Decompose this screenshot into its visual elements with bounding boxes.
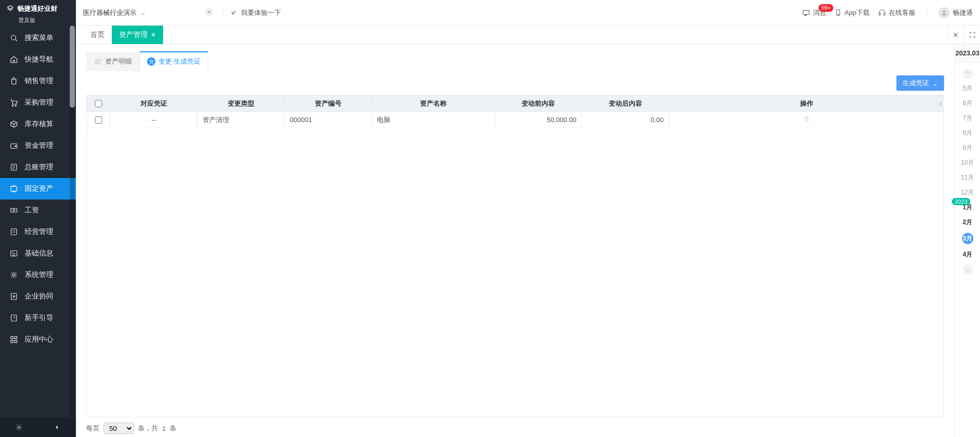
- brand-name: 畅捷通好业财: [17, 4, 57, 13]
- brand: 畅捷通好业财: [0, 0, 76, 16]
- guide-icon: [9, 313, 18, 323]
- sidebar-item-label: 经营管理: [25, 227, 53, 236]
- cell-before: 50,000.00: [495, 112, 582, 128]
- sidebar-item-box[interactable]: 库存核算: [0, 113, 76, 135]
- row-checkbox[interactable]: [87, 112, 110, 128]
- sidebar-item-info[interactable]: 基础信息: [0, 243, 76, 264]
- month-option-selected[interactable]: 3月: [955, 230, 980, 247]
- month-option[interactable]: 4月: [955, 247, 980, 262]
- sidebar-item-home[interactable]: 快捷导航: [0, 49, 76, 70]
- date-year-display[interactable]: 2023.03: [955, 44, 980, 63]
- tab-asset-management[interactable]: 资产管理 ✕: [112, 26, 163, 44]
- sidebar-item-bag[interactable]: 销售管理: [0, 70, 76, 92]
- svg-rect-23: [879, 13, 881, 15]
- svg-rect-26: [95, 59, 100, 64]
- cell-asset-no: 000001: [285, 112, 372, 128]
- messages-link[interactable]: 消息 99+: [802, 8, 826, 17]
- col-before[interactable]: 变动前内容: [495, 95, 582, 111]
- sidebar-item-apps[interactable]: 应用中心: [0, 329, 76, 350]
- fullscreen-icon[interactable]: [964, 26, 980, 44]
- customer-service-link[interactable]: 在线客服: [878, 8, 915, 17]
- settings-gear-icon[interactable]: [0, 418, 38, 437]
- sidebar-item-label: 快捷导航: [25, 55, 53, 64]
- sidebar-item-asset[interactable]: 固定资产: [0, 178, 76, 200]
- wallet-icon: [9, 141, 18, 150]
- sidebar-item-search[interactable]: 搜索菜单: [0, 27, 76, 49]
- header-checkbox[interactable]: [87, 95, 110, 111]
- try-experience-link[interactable]: 我要体验一下: [230, 8, 281, 17]
- pager-count: 1: [162, 425, 166, 432]
- pager-tail-b: 条: [170, 424, 176, 433]
- tab-home[interactable]: 首页: [83, 26, 112, 44]
- col-change-type[interactable]: 变更类型: [197, 95, 285, 111]
- sidebar-item-biz[interactable]: 经营管理: [0, 221, 76, 243]
- svg-point-8: [13, 209, 15, 211]
- sidebar-item-salary[interactable]: 工资: [0, 200, 76, 221]
- pager-tail-a: 条，共: [138, 424, 158, 433]
- sidebar-item-ledger[interactable]: 总账管理: [0, 156, 76, 178]
- sidebar-item-label: 工资: [25, 206, 39, 215]
- month-option[interactable]: 8月: [961, 126, 974, 141]
- month-down-icon[interactable]: ⌄: [963, 264, 973, 274]
- col-after[interactable]: 变动后内容: [582, 95, 669, 111]
- month-option[interactable]: 11月: [961, 170, 974, 185]
- org-settings-icon[interactable]: [205, 8, 215, 17]
- svg-point-1: [12, 105, 13, 106]
- svg-rect-16: [11, 341, 13, 343]
- sidebar-item-wallet[interactable]: 资金管理: [0, 135, 76, 156]
- col-asset-no[interactable]: 资产编号: [285, 95, 372, 111]
- svg-rect-17: [15, 341, 17, 343]
- svg-rect-24: [884, 13, 885, 15]
- sidebar-item-collab[interactable]: 企业协同: [0, 286, 76, 307]
- col-voucher[interactable]: 对应凭证: [110, 95, 197, 111]
- collapse-columns-icon[interactable]: ⟩: [937, 95, 944, 112]
- user-menu[interactable]: 畅捷通: [938, 7, 973, 18]
- sidebar-item-label: 固定资产: [25, 184, 53, 193]
- month-option[interactable]: 10月: [961, 155, 974, 170]
- sidebar-scrollbar[interactable]: [70, 26, 75, 416]
- tab-label: 资产管理: [119, 30, 148, 39]
- page-size-select[interactable]: 50: [104, 423, 134, 434]
- sidebar-item-label: 搜索菜单: [25, 33, 53, 43]
- subtab-asset-detail[interactable]: 资产明细: [86, 52, 139, 71]
- col-op[interactable]: 操作: [669, 95, 944, 111]
- sidebar-item-guide[interactable]: 新手引导: [0, 307, 76, 329]
- tabbar: 首页 资产管理 ✕ ✕: [76, 26, 980, 44]
- svg-point-18: [18, 426, 20, 428]
- subtab-change-voucher[interactable]: 凭 变更·生成凭证: [139, 51, 208, 71]
- col-asset-name[interactable]: 资产名称: [372, 95, 495, 111]
- delete-icon[interactable]: [803, 115, 810, 124]
- search-icon: [9, 33, 18, 43]
- month-option[interactable]: 2月: [955, 215, 980, 230]
- sidebar-item-cart[interactable]: 采购管理: [0, 92, 76, 113]
- close-all-tabs-icon[interactable]: ✕: [947, 26, 964, 44]
- date-panel: 2023.03 ⌃ 5月6月7月8月9月10月11月12月 2023 1月2月3…: [954, 44, 980, 437]
- month-option[interactable]: 6月: [961, 96, 974, 111]
- table-header: 对应凭证 变更类型 资产编号 资产名称 变动前内容 变动后内容 操作: [87, 95, 944, 112]
- tab-close-icon[interactable]: ✕: [151, 31, 156, 38]
- month-option[interactable]: 5月: [961, 81, 974, 96]
- cell-voucher: --: [110, 112, 197, 128]
- home-icon: [9, 55, 18, 64]
- try-text: 我要体验一下: [241, 8, 281, 17]
- sidebar-item-label: 应用中心: [25, 335, 53, 344]
- ledger-icon: [9, 163, 18, 172]
- month-option[interactable]: 7月: [961, 111, 974, 126]
- org-name: 医疗器械行业演示: [83, 8, 136, 17]
- sidebar-item-system[interactable]: 系统管理: [0, 264, 76, 286]
- sidebar: 畅捷通好业财 普及版 搜索菜单快捷导航销售管理采购管理库存核算资金管理总账管理固…: [0, 0, 76, 437]
- system-icon: [9, 270, 18, 280]
- generate-voucher-button[interactable]: 生成凭证 ⌄: [896, 75, 944, 91]
- month-up-icon[interactable]: ⌃: [963, 69, 973, 79]
- cell-after: 0.00: [582, 112, 669, 128]
- month-option[interactable]: 9月: [961, 141, 974, 155]
- svg-rect-20: [803, 10, 809, 14]
- year-badge: 2023: [952, 198, 970, 205]
- app-download-link[interactable]: App下载: [834, 8, 870, 17]
- org-selector[interactable]: 医疗器械行业演示 ⌄: [83, 8, 201, 17]
- sidebar-item-label: 资金管理: [25, 141, 53, 150]
- table-row[interactable]: -- 资产清理 000001 电脑 50,000.00 0.00: [87, 112, 944, 128]
- brand-logo-icon: [6, 5, 14, 13]
- svg-rect-9: [11, 229, 17, 235]
- collapse-sidebar-icon[interactable]: [38, 418, 76, 437]
